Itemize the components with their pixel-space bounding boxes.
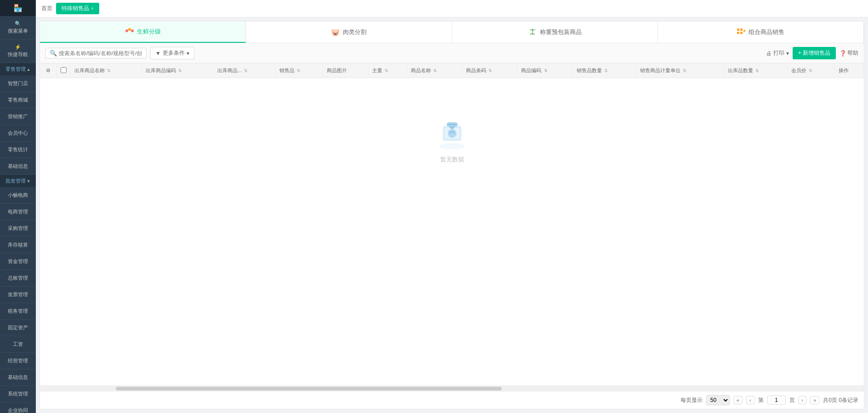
help-button[interactable]: ❓ 帮助 — [840, 49, 858, 57]
quick-nav-icon: ⚡ — [15, 44, 21, 50]
select-all-checkbox[interactable] — [61, 67, 67, 73]
th-sale-unit[interactable]: 销售商品计量单位 ⇅ — [636, 63, 724, 78]
sidebar-item-fixed-assets[interactable]: 固定资产 — [0, 320, 36, 336]
sidebar-item-system[interactable]: 系统管理 — [0, 386, 36, 402]
sort-sale-product[interactable]: ⇅ — [297, 69, 301, 73]
sidebar-item-member-center[interactable]: 会员中心 — [0, 125, 36, 142]
th-warehouse-product-name[interactable]: 出库商品名称 ⇅ — [70, 63, 142, 78]
th-warehouse-product-code[interactable]: 出库商品编码 ⇅ — [142, 63, 214, 78]
sidebar-item-marketing[interactable]: 营销推广 — [0, 109, 36, 125]
last-page-button[interactable]: » — [810, 396, 819, 404]
th-operation: 操作 — [834, 63, 863, 78]
sidebar-item-finance[interactable]: 资金管理 — [0, 253, 36, 270]
th-product-name[interactable]: 商品名称 ⇅ — [407, 63, 462, 78]
current-tab[interactable]: 特殊销售品 × — [56, 3, 99, 14]
sort-barcode[interactable]: ⇅ — [488, 69, 492, 73]
home-breadcrumb[interactable]: 首页 — [41, 5, 52, 12]
th-sale-product[interactable]: 销售品 ⇅ — [276, 63, 323, 78]
tab-close-icon[interactable]: × — [91, 6, 94, 11]
filter-button[interactable]: ▼ 更多条件 ▾ — [150, 47, 194, 59]
tab-weighed-prepack[interactable]: 称重预包装商品 — [452, 22, 658, 43]
svg-rect-7 — [737, 29, 739, 31]
svg-point-2 — [131, 29, 134, 32]
sidebar-item-enterprise[interactable]: 企业协同 — [0, 402, 36, 413]
filter-dropdown-icon: ▾ — [187, 50, 189, 57]
empty-text: 暂无数据 — [440, 155, 464, 164]
sidebar-item-retail-stats[interactable]: 零售统计 — [0, 142, 36, 158]
sidebar-item-retail-mgmt[interactable]: 零售管理 ▲ — [0, 63, 36, 75]
sort-main-qty[interactable]: ⇅ — [385, 69, 388, 73]
column-settings-icon[interactable]: ⚙ — [46, 68, 51, 73]
toolbar: 🔍 ▼ 更多条件 ▾ 🖨 打印 ▾ + 新增销售品 ❓ 帮助 — [40, 43, 864, 63]
sort-warehouse-name[interactable]: ⇅ — [107, 69, 111, 73]
print-button[interactable]: 🖨 打印 ▾ — [766, 49, 789, 57]
filter-icon: ▼ — [155, 50, 161, 57]
sidebar-item-tax[interactable]: 税务管理 — [0, 303, 36, 320]
sort-warehouse-code[interactable]: ⇅ — [178, 69, 182, 73]
tab-combo-sales[interactable]: 组合商品销售 — [658, 22, 864, 43]
weighed-prepack-icon — [528, 28, 537, 37]
sidebar-item-smart-store[interactable]: 智慧门店 — [0, 75, 36, 92]
th-barcode[interactable]: 商品条码 ⇅ — [462, 63, 517, 78]
th-warehouse-product-extra[interactable]: 出库商品... ⇅ — [214, 63, 276, 78]
per-page-select[interactable]: 50 10 20 100 — [706, 395, 730, 405]
sort-product-name[interactable]: ⇅ — [433, 69, 437, 73]
tab-fresh-grading[interactable]: 生鲜分级 — [40, 22, 246, 43]
tab-meat-cutting[interactable]: 🐷 肉类分割 — [246, 22, 452, 43]
sidebar-item-salary[interactable]: 工资 — [0, 336, 36, 353]
sort-warehouse-extra[interactable]: ⇅ — [244, 69, 248, 73]
combo-sales-icon — [737, 28, 746, 37]
data-table: ⚙ 出库商品名称 ⇅ 出库商品编码 ⇅ — [40, 63, 864, 78]
sort-sale-qty[interactable]: ⇅ — [604, 69, 608, 73]
sidebar-item-operation[interactable]: 经营管理 — [0, 353, 36, 369]
svg-point-15 — [448, 129, 456, 138]
sort-warehouse-qty[interactable]: ⇅ — [755, 69, 759, 73]
th-product-code[interactable]: 商品编码 ⇅ — [517, 63, 573, 78]
right-actions: 🖨 打印 ▾ + 新增销售品 ❓ 帮助 — [766, 47, 858, 59]
sort-member-price[interactable]: ⇅ — [809, 69, 812, 73]
help-icon: ❓ — [840, 50, 846, 57]
scrollbar-thumb[interactable] — [116, 387, 502, 390]
sidebar-item-retail-mall[interactable]: 零售商城 — [0, 92, 36, 109]
topbar: 首页 特殊销售品 × — [36, 0, 868, 17]
print-dropdown-icon: ▾ — [786, 50, 789, 57]
sidebar-item-inventory[interactable]: 库存核算 — [0, 237, 36, 253]
new-product-button[interactable]: + 新增销售品 — [793, 47, 836, 59]
th-sale-qty[interactable]: 销售品数量 ⇅ — [573, 63, 636, 78]
prev-page-button[interactable]: ‹ — [746, 396, 755, 404]
sidebar-item-general-ledger[interactable]: 总账管理 — [0, 270, 36, 287]
sidebar-item-wholesale-mgmt[interactable]: 批发管理 ▼ — [0, 175, 36, 187]
page-number-input[interactable] — [767, 396, 786, 405]
sort-product-code[interactable]: ⇅ — [544, 69, 548, 73]
th-warehouse-qty[interactable]: 出库品数量 ⇅ — [724, 63, 788, 78]
first-page-button[interactable]: « — [733, 396, 743, 404]
sort-sale-unit[interactable]: ⇅ — [683, 69, 686, 73]
empty-illustration — [434, 115, 471, 152]
table-wrap: ⚙ 出库商品名称 ⇅ 出库商品编码 ⇅ — [40, 63, 864, 385]
empty-state: 暂无数据 — [40, 78, 864, 201]
sidebar-item-basic-info[interactable]: 基础信息 — [0, 158, 36, 175]
th-main-quantity[interactable]: 主量 ⇅ — [368, 63, 407, 78]
fresh-grading-icon — [125, 27, 134, 36]
sidebar-item-invoice[interactable]: 发票管理 — [0, 287, 36, 303]
svg-rect-11 — [743, 30, 745, 32]
sidebar-item-quick-nav[interactable]: ⚡ 快捷导航 — [0, 40, 36, 63]
search-icon: 🔍 — [50, 50, 57, 57]
sidebar-item-basic-info2[interactable]: 基础信息 — [0, 369, 36, 386]
th-gear[interactable]: ⚙ — [40, 63, 57, 78]
sidebar-item-search-menu[interactable]: 🔍 搜索菜单 — [0, 16, 36, 40]
search-input[interactable] — [59, 50, 142, 57]
bottom-scrollbar[interactable] — [40, 385, 864, 391]
search-wrap: 🔍 — [45, 48, 147, 58]
th-member-price[interactable]: 会员价 ⇅ — [788, 63, 834, 78]
svg-point-12 — [439, 143, 465, 149]
sidebar-item-ecommerce[interactable]: 小畅电商 — [0, 187, 36, 204]
page-unit: 页 — [789, 396, 795, 404]
sidebar-item-purchase-mgmt[interactable]: 采购管理 — [0, 220, 36, 237]
sidebar-item-ecommerce-mgmt[interactable]: 电商管理 — [0, 204, 36, 220]
th-checkbox[interactable] — [57, 63, 70, 78]
svg-rect-9 — [737, 32, 739, 34]
next-page-button[interactable]: › — [799, 396, 807, 404]
print-icon: 🖨 — [766, 50, 772, 57]
page-label: 第 — [758, 396, 764, 404]
